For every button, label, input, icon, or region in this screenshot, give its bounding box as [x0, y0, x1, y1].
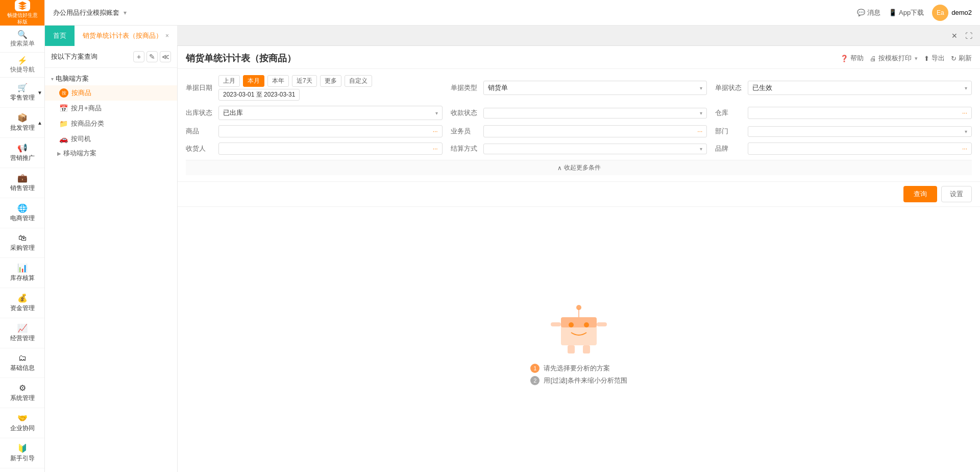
empty-state: 1 请先选择要分析的方案 2 用[过滤]条件来缩小分析范围 — [178, 207, 980, 472]
pay-status-select[interactable]: ▾ — [483, 108, 707, 119]
date-range-display: 2023-03-01 至 2023-03-31 — [218, 89, 300, 101]
date-this-year[interactable]: 本年 — [267, 75, 289, 87]
base-label: 基础信息 — [10, 364, 35, 372]
user-name: demo2 — [951, 9, 972, 16]
sidebar-item-operations[interactable]: 📈 经营管理 — [0, 318, 44, 348]
tree-item-by-goods[interactable]: 按 按商品 — [45, 85, 177, 101]
tab-maximize-button[interactable]: ⛶ — [964, 31, 974, 41]
refresh-button[interactable]: ↻ 刷新 — [951, 54, 972, 63]
filter-settlement-item: 结算方式 ▾ — [451, 143, 707, 155]
tab-close-window-button[interactable]: ✕ — [949, 31, 960, 41]
sidebar-item-inventory[interactable]: 📊 库存核算 — [0, 258, 44, 288]
message-button[interactable]: 💬 消息 — [857, 8, 880, 17]
sidebar-item-apps[interactable]: 🔲 应用中心 — [0, 468, 44, 472]
date-7days[interactable]: 近7天 — [292, 75, 317, 87]
edit-scheme-button[interactable]: ✎ — [146, 51, 158, 62]
date-more[interactable]: 更多 — [320, 75, 341, 87]
receiver-select[interactable]: ··· — [218, 143, 443, 155]
department-select[interactable]: ▾ — [748, 126, 972, 137]
tab-home[interactable]: 首页 — [45, 26, 75, 46]
date-control-group: 上月 本月 本年 近7天 更多 自定义 2023-03-01 至 2023-03… — [218, 75, 443, 101]
export-label: 导出 — [932, 54, 945, 63]
print-label: 按模板打印 — [878, 54, 912, 63]
sidebar-item-wholesale[interactable]: 📦 批发管理 ▲ — [0, 108, 44, 138]
app-subtitle: 标版 — [17, 18, 28, 26]
tree-group-mobile[interactable]: ▶ 移动端方案 — [45, 147, 177, 160]
sidebar-item-search[interactable]: 🔍 搜索菜单 — [0, 26, 44, 53]
guide-icon: 🔰 — [17, 443, 28, 453]
settings-button[interactable]: 设置 — [941, 186, 972, 202]
goods-select[interactable]: ··· — [218, 125, 443, 137]
stock-out-label: 出库状态 — [186, 108, 214, 117]
sidebar-item-marketing[interactable]: 📢 营销推广 — [0, 138, 44, 168]
left-panel-header: 按以下方案查询 + ✎ ≪ — [45, 46, 177, 68]
sidebar-item-corp[interactable]: 🤝 企业协同 — [0, 408, 44, 438]
page-title: 销货单统计计表（按商品） — [186, 52, 296, 64]
topbar-dropdown-icon[interactable]: ▾ — [124, 9, 127, 16]
export-button[interactable]: ⬆ 导出 — [924, 54, 945, 63]
ecom-icon: 🌐 — [17, 203, 28, 213]
tree-section: ▾ 电脑端方案 按 按商品 📅 按月+商品 📁 按商品分类 🚗 — [45, 68, 177, 164]
left-panel: 按以下方案查询 + ✎ ≪ ▾ 电脑端方案 按 按商品 📅 — [45, 46, 178, 472]
add-scheme-button[interactable]: + — [133, 51, 144, 62]
help-button[interactable]: ❓ 帮助 — [840, 54, 864, 63]
sidebar-item-base[interactable]: 🗂 基础信息 — [0, 348, 44, 378]
filter-warehouse-item: 仓库 ··· — [715, 106, 972, 120]
sidebar-item-guide[interactable]: 🔰 新手引导 — [0, 438, 44, 468]
sidebar-item-finance[interactable]: 💰 资金管理 — [0, 288, 44, 318]
pay-status-arrow: ▾ — [700, 110, 702, 116]
doc-type-arrow: ▾ — [700, 85, 702, 91]
sidebar-item-purchase[interactable]: 🛍 采购管理 — [0, 228, 44, 258]
sidebar-item-retail[interactable]: 🛒 零售管理 ▼ — [0, 78, 44, 108]
brand-dots: ··· — [962, 145, 967, 152]
refresh-icon: ↻ — [951, 55, 957, 62]
page-header: 销货单统计计表（按商品） ❓ 帮助 🖨 按模板打印 ▾ ⬆ 导出 — [178, 46, 980, 69]
receiver-label: 收货人 — [186, 144, 214, 153]
query-button[interactable]: 查询 — [903, 186, 937, 202]
sidebar-item-system[interactable]: ⚙ 系统管理 — [0, 378, 44, 408]
stock-out-select[interactable]: 已出库 ▾ — [218, 106, 443, 120]
system-label: 系统管理 — [10, 394, 35, 403]
doc-type-select[interactable]: 销货单 ▾ — [483, 81, 707, 95]
settlement-arrow: ▾ — [700, 146, 702, 152]
tree-item-by-month-goods[interactable]: 📅 按月+商品 — [45, 101, 177, 116]
salesman-label: 业务员 — [451, 127, 479, 136]
salesman-select[interactable]: ··· — [483, 125, 707, 137]
sidebar-search-label: 搜索菜单 — [3, 39, 41, 48]
sidebar-item-quick-nav[interactable]: ⚡ 快捷导航 — [0, 53, 44, 78]
user-profile[interactable]: Ea demo2 — [932, 5, 972, 21]
tab-close-button[interactable]: × — [165, 32, 169, 39]
sidebar-item-sales[interactable]: 💼 销售管理 — [0, 168, 44, 198]
date-this-month[interactable]: 本月 — [243, 75, 264, 87]
retail-label: 零售管理 — [10, 93, 35, 102]
sidebar-item-ecom[interactable]: 🌐 电商管理 — [0, 198, 44, 228]
app-download-button[interactable]: 📱 App下载 — [889, 8, 924, 17]
filter-pay-status-item: 收款状态 ▾ — [451, 106, 707, 120]
pay-status-label: 收款状态 — [451, 108, 479, 117]
workspace-title: 办公用品行业模拟账套 — [53, 8, 119, 17]
svg-rect-6 — [568, 345, 575, 353]
print-button-group[interactable]: 🖨 按模板打印 ▾ — [870, 54, 918, 63]
tree-group-pc[interactable]: ▾ 电脑端方案 — [45, 72, 177, 85]
date-custom[interactable]: 自定义 — [345, 75, 372, 87]
tree-item-by-category[interactable]: 📁 按商品分类 — [45, 116, 177, 131]
warehouse-select[interactable]: ··· — [748, 107, 972, 119]
step-2-number: 2 — [530, 376, 540, 385]
tree-item-by-driver[interactable]: 🚗 按司机 — [45, 131, 177, 147]
message-label: 消息 — [867, 8, 880, 17]
tab-home-label: 首页 — [53, 31, 66, 40]
guide-label: 新手引导 — [10, 454, 35, 463]
filter-date-item: 单据日期 上月 本月 本年 近7天 更多 自定义 2023-03-01 至 20… — [186, 75, 443, 101]
doc-status-select[interactable]: 已生效 ▾ — [748, 81, 972, 95]
date-last-month[interactable]: 上月 — [218, 75, 240, 87]
tab-active[interactable]: 销货单统计计表（按商品） × — [75, 26, 177, 46]
filter-salesman-item: 业务员 ··· — [451, 125, 707, 137]
collapse-panel-button[interactable]: ≪ — [160, 51, 171, 62]
goods-scheme-icon: 按 — [59, 88, 68, 98]
doc-status-label: 单据状态 — [715, 83, 744, 92]
svg-rect-5 — [597, 322, 607, 326]
settlement-select[interactable]: ▾ — [483, 144, 707, 154]
brand-select[interactable]: ··· — [748, 143, 972, 155]
collapse-filter-button[interactable]: ∧ 收起更多条件 — [186, 160, 972, 175]
tree-group-arrow-pc: ▾ — [51, 76, 54, 82]
